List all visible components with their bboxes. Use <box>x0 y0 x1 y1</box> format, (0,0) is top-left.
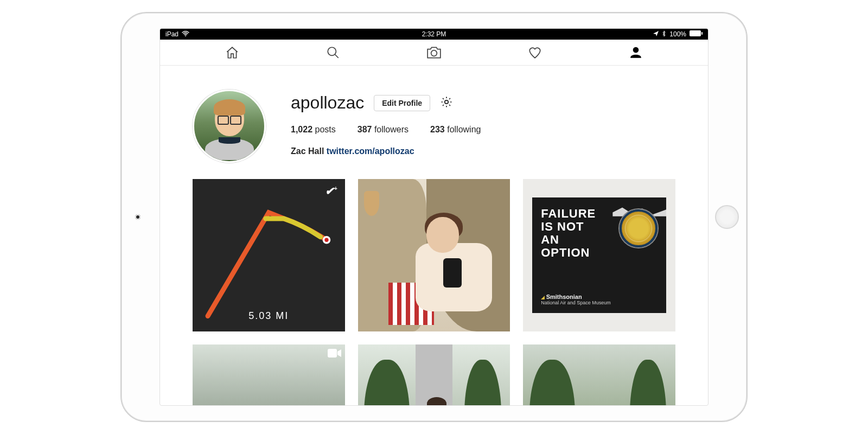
book-publisher: Smithsonian <box>546 293 582 300</box>
wifi-icon <box>182 30 189 38</box>
camera-icon[interactable] <box>426 45 442 60</box>
triangle-icon: ◢ <box>541 295 545 300</box>
ipad-frame: iPad 2:32 PM 100% <box>120 12 748 422</box>
profile-header: apollozac Edit Profile 1,022 posts 387 f… <box>160 66 708 174</box>
bio-name: Zac Hall <box>291 146 324 156</box>
profile-username: apollozac <box>291 93 364 113</box>
status-bar: iPad 2:32 PM 100% <box>160 29 708 40</box>
post-thumbnail[interactable]: ✔+ 5.03 MI <box>193 179 345 331</box>
post-thumbnail[interactable] <box>358 344 510 406</box>
profile-icon[interactable] <box>628 45 643 60</box>
followers-stat[interactable]: 387 followers <box>358 125 409 135</box>
following-label: following <box>447 125 481 134</box>
location-icon <box>653 30 659 38</box>
post-thumbnail[interactable]: FAILURE IS NOT AN OPTION ◢ Smithsonian N… <box>523 179 675 331</box>
posts-label: posts <box>315 125 336 134</box>
edit-profile-button[interactable]: Edit Profile <box>374 95 430 111</box>
book-subtitle: National Air and Space Museum <box>541 300 611 305</box>
followers-count: 387 <box>358 125 372 134</box>
status-battery-text: 100% <box>669 30 686 38</box>
video-icon <box>328 348 342 361</box>
svg-point-3 <box>328 47 336 55</box>
following-stat[interactable]: 233 following <box>430 125 481 135</box>
svg-point-5 <box>634 47 639 52</box>
ipad-home-button[interactable] <box>715 205 739 229</box>
svg-point-4 <box>431 50 437 56</box>
run-distance: 5.03 MI <box>193 310 345 322</box>
search-icon[interactable] <box>326 45 341 60</box>
activity-icon[interactable] <box>527 45 542 60</box>
post-thumbnail[interactable] <box>523 344 675 406</box>
following-count: 233 <box>430 125 445 134</box>
feed-grid: ✔+ 5.03 MI <box>160 174 708 406</box>
svg-point-8 <box>324 238 328 242</box>
battery-icon <box>690 30 703 38</box>
svg-rect-2 <box>701 32 703 35</box>
svg-point-6 <box>445 100 448 103</box>
post-thumbnail[interactable] <box>358 179 510 331</box>
ipad-camera <box>135 214 141 220</box>
svg-rect-9 <box>328 349 337 358</box>
run-path-icon <box>193 179 345 331</box>
gear-icon[interactable] <box>440 95 453 111</box>
top-nav <box>160 40 708 66</box>
home-icon[interactable] <box>225 45 240 60</box>
status-device: iPad <box>165 30 178 38</box>
status-time: 2:32 PM <box>422 30 446 38</box>
bio-link[interactable]: twitter.com/apollozac <box>327 146 414 156</box>
posts-stat[interactable]: 1,022 posts <box>291 125 336 135</box>
avatar[interactable] <box>193 90 266 163</box>
post-thumbnail[interactable] <box>193 344 345 406</box>
svg-rect-1 <box>690 30 701 36</box>
screen: iPad 2:32 PM 100% <box>159 28 709 406</box>
book-line: OPTION <box>541 246 658 259</box>
followers-label: followers <box>374 125 409 134</box>
mission-patch-icon <box>620 209 658 247</box>
bluetooth-icon <box>662 30 666 39</box>
posts-count: 1,022 <box>291 125 312 134</box>
svg-point-0 <box>185 35 186 36</box>
